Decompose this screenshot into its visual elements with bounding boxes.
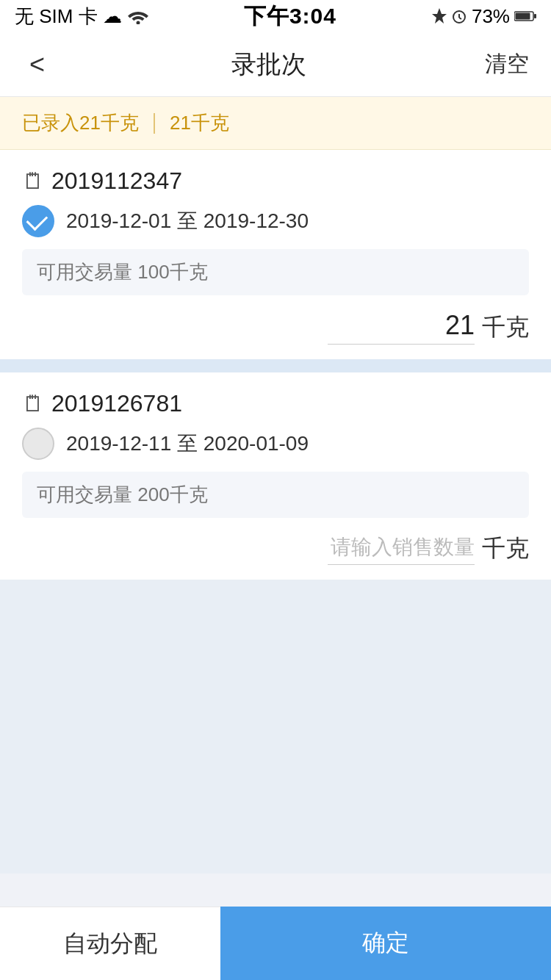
qty-unit-1: 千克 bbox=[482, 311, 529, 344]
batch-radio-1[interactable] bbox=[22, 205, 54, 237]
back-button[interactable]: < bbox=[22, 42, 52, 87]
banner-divider bbox=[154, 113, 155, 134]
recorded-value: 21千克 bbox=[170, 110, 229, 136]
recorded-label: 已录入21千克 bbox=[22, 110, 139, 136]
nav-title: 录批次 bbox=[231, 48, 306, 82]
batch-radio-2[interactable] bbox=[22, 428, 54, 460]
battery-icon bbox=[514, 10, 536, 22]
qty-row-1: 21 千克 bbox=[0, 295, 551, 359]
batch-item-1: 🗒 2019112347 2019-12-01 至 2019-12-30 可用交… bbox=[0, 150, 551, 359]
status-right: 73% bbox=[432, 5, 536, 28]
batch-date-row-2: 2019-12-11 至 2020-01-09 bbox=[22, 428, 529, 460]
bottom-buttons: 自动分配 确定 bbox=[0, 907, 551, 980]
svg-line-3 bbox=[459, 18, 461, 19]
qty-unit-2: 千克 bbox=[482, 533, 529, 565]
clear-button[interactable]: 清空 bbox=[485, 49, 529, 79]
battery-text: 73% bbox=[472, 5, 510, 28]
svg-point-0 bbox=[136, 21, 140, 25]
confirm-button[interactable]: 确定 bbox=[220, 907, 551, 980]
location-icon bbox=[432, 8, 447, 24]
batch-date-2: 2019-12-11 至 2020-01-09 bbox=[66, 430, 309, 458]
section-gap bbox=[0, 359, 551, 372]
batch-header-1: 🗒 2019112347 bbox=[22, 167, 529, 195]
status-left: 无 SIM 卡 ☁ bbox=[15, 4, 148, 29]
alarm-icon bbox=[451, 8, 467, 24]
no-sim-text: 无 SIM 卡 ☁ bbox=[15, 4, 122, 29]
status-bar: 无 SIM 卡 ☁ 下午3:04 73% bbox=[0, 0, 551, 32]
svg-rect-6 bbox=[516, 13, 530, 20]
qty-placeholder-2: 请输入销售数量 bbox=[331, 533, 475, 561]
qty-underline-2: 请输入销售数量 bbox=[328, 533, 475, 565]
status-time: 下午3:04 bbox=[244, 1, 336, 32]
batch-id-2: 2019126781 bbox=[51, 390, 182, 417]
batch-date-1: 2019-12-01 至 2019-12-30 bbox=[66, 207, 309, 235]
batch-id-1: 2019112347 bbox=[51, 167, 182, 195]
wifi-icon bbox=[128, 8, 148, 24]
batch-avail-2: 可用交易量 200千克 bbox=[22, 472, 529, 518]
qty-underline-1: 21 bbox=[328, 310, 475, 345]
auto-distribute-button[interactable]: 自动分配 bbox=[0, 907, 220, 980]
batch-doc-icon-1: 🗒 bbox=[22, 169, 44, 194]
empty-area bbox=[0, 580, 551, 873]
batch-doc-icon-2: 🗒 bbox=[22, 392, 44, 417]
svg-rect-5 bbox=[534, 14, 536, 18]
batch-header-2: 🗒 2019126781 bbox=[22, 390, 529, 417]
info-banner: 已录入21千克 21千克 bbox=[0, 97, 551, 150]
qty-row-2: 请输入销售数量 千克 bbox=[0, 518, 551, 580]
batch-date-row-1: 2019-12-01 至 2019-12-30 bbox=[22, 205, 529, 237]
batch-avail-1: 可用交易量 100千克 bbox=[22, 249, 529, 295]
nav-bar: < 录批次 清空 bbox=[0, 32, 551, 97]
batch-item-2: 🗒 2019126781 2019-12-11 至 2020-01-09 可用交… bbox=[0, 372, 551, 580]
qty-value-1: 21 bbox=[445, 310, 475, 341]
